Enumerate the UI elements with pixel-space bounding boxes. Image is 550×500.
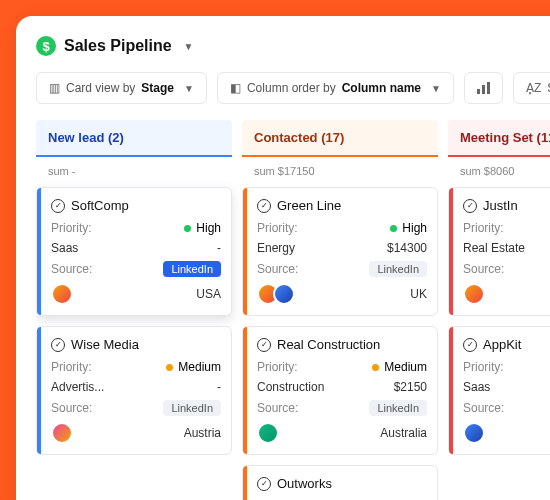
source-tag[interactable]: LinkedIn — [369, 261, 427, 277]
check-circle-icon: ✓ — [257, 338, 271, 352]
source-tag[interactable]: LinkedIn — [163, 261, 221, 277]
priority-dot-high — [390, 225, 397, 232]
card-softcomp[interactable]: ✓SoftComp Priority:High Saas- Source:Lin… — [36, 187, 232, 316]
source-tag[interactable]: LinkedIn — [163, 400, 221, 416]
toolbar: ▥ Card view by Stage ▼ ◧ Column order by… — [36, 72, 550, 104]
app-window: $ Sales Pipeline ▼ ▥ Card view by Stage … — [16, 16, 550, 500]
card-view-selector[interactable]: ▥ Card view by Stage ▼ — [36, 72, 207, 104]
card-outworks[interactable]: ✓Outworks Priority:Low — [242, 465, 438, 500]
avatar[interactable] — [51, 422, 73, 444]
column-header[interactable]: Meeting Set (11) — [448, 120, 550, 157]
chevron-down-icon[interactable]: ▼ — [184, 41, 194, 52]
priority-dot-medium — [166, 364, 173, 371]
avatar[interactable] — [51, 283, 73, 305]
check-circle-icon: ✓ — [51, 199, 65, 213]
dollar-icon: $ — [36, 36, 56, 56]
sort-az-icon: A͓Z — [526, 81, 541, 95]
column-header[interactable]: New lead (2) — [36, 120, 232, 157]
chevron-down-icon: ▼ — [431, 83, 441, 94]
avatar[interactable] — [463, 422, 485, 444]
page-header: $ Sales Pipeline ▼ — [36, 36, 550, 56]
card-green-line[interactable]: ✓Green Line Priority:High Energy$14300 S… — [242, 187, 438, 316]
check-circle-icon: ✓ — [257, 199, 271, 213]
column-order-selector[interactable]: ◧ Column order by Column name ▼ — [217, 72, 454, 104]
column-sum: sum - — [36, 159, 232, 187]
card-justin[interactable]: ✓JustIn Priority:Hi Real Estate$750 Sour… — [448, 187, 550, 316]
column-meeting-set: Meeting Set (11) sum $8060 ✓JustIn Prior… — [448, 120, 550, 500]
card-appkit[interactable]: ✓AppKit Priority:Lo Saas$560 Source:Link… — [448, 326, 550, 455]
avatar[interactable] — [257, 422, 279, 444]
chevron-down-icon: ▼ — [184, 83, 194, 94]
column-header[interactable]: Contacted (17) — [242, 120, 438, 157]
avatar[interactable] — [273, 283, 295, 305]
check-circle-icon: ✓ — [257, 477, 271, 491]
card-real-construction[interactable]: ✓Real Construction Priority:Medium Const… — [242, 326, 438, 455]
check-circle-icon: ✓ — [463, 199, 477, 213]
column-new-lead: New lead (2) sum - ✓SoftComp Priority:Hi… — [36, 120, 232, 500]
columns-icon: ◧ — [230, 81, 241, 95]
column-contacted: Contacted (17) sum $17150 ✓Green Line Pr… — [242, 120, 438, 500]
kanban-icon: ▥ — [49, 81, 60, 95]
sort-selector[interactable]: A͓Z Sort by Cre — [513, 72, 550, 104]
column-sum: sum $8060 — [448, 159, 550, 187]
avatar[interactable] — [463, 283, 485, 305]
card-wise-media[interactable]: ✓Wise Media Priority:Medium Advertis...-… — [36, 326, 232, 455]
bar-chart-icon — [477, 82, 490, 94]
check-circle-icon: ✓ — [51, 338, 65, 352]
column-sum: sum $17150 — [242, 159, 438, 187]
kanban-columns: New lead (2) sum - ✓SoftComp Priority:Hi… — [36, 120, 550, 500]
chart-button[interactable] — [464, 72, 503, 104]
priority-dot-medium — [372, 364, 379, 371]
source-tag[interactable]: LinkedIn — [369, 400, 427, 416]
page-title: Sales Pipeline — [64, 37, 172, 55]
priority-dot-high — [184, 225, 191, 232]
check-circle-icon: ✓ — [463, 338, 477, 352]
